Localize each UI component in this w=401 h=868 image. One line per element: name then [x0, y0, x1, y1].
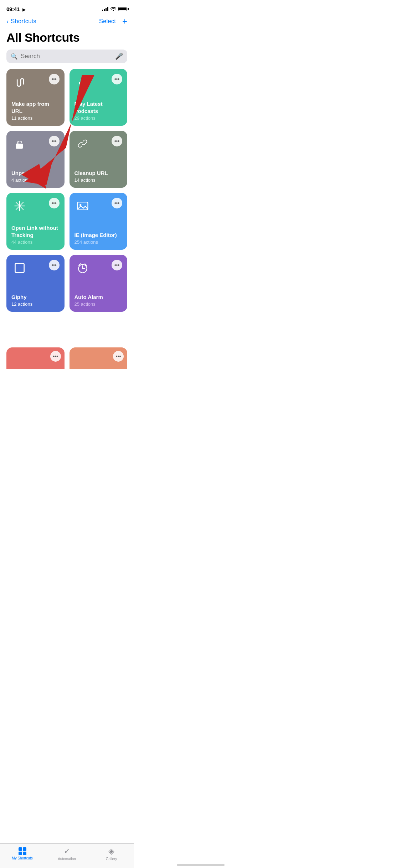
ellipsis-icon: ••• [53, 353, 58, 359]
shortcut-actions-count: 14 actions [74, 177, 123, 183]
nav-bar: ‹ Shortcuts Select + [0, 16, 134, 29]
signal-icon [102, 7, 108, 11]
shortcut-actions-count: 12 actions [11, 301, 60, 307]
shortcut-name: Play Latest Podcasts [74, 100, 123, 114]
svg-rect-11 [15, 263, 24, 272]
card-top: ••• [74, 198, 123, 214]
svg-point-2 [81, 77, 84, 83]
nav-actions: Select + [99, 17, 127, 26]
ellipsis-icon: ••• [114, 262, 120, 268]
card-top: ••• [74, 260, 123, 276]
svg-point-10 [79, 204, 81, 206]
shortcut-menu-button[interactable]: ••• [112, 74, 122, 84]
status-icons [102, 7, 127, 11]
shortcut-icon [74, 136, 91, 152]
shortcut-menu-button[interactable]: ••• [49, 198, 60, 208]
shortcut-actions-count: 254 actions [74, 239, 123, 245]
battery-icon [118, 7, 127, 11]
card-top: ••• [74, 74, 123, 90]
card-bottom: Open Link without Tracking 44 actions [11, 224, 60, 245]
card-bottom: Auto Alarm 25 actions [74, 294, 123, 307]
search-bar[interactable]: 🔍 🎤 [6, 50, 127, 63]
shortcut-actions-count: 44 actions [11, 239, 60, 245]
search-input[interactable] [21, 53, 112, 60]
shortcut-name: Auto Alarm [74, 294, 123, 301]
svg-rect-4 [16, 144, 23, 149]
shortcut-card-open-link-without-tracking[interactable]: ••• Open Link without Tracking 44 action… [6, 193, 65, 250]
shortcut-card-auto-alarm[interactable]: ••• Auto Alarm 25 actions [70, 255, 128, 312]
shortcut-name: Open Link without Tracking [11, 224, 60, 238]
shortcut-card-image-editor[interactable]: ••• IE (Image Editor) 254 actions [70, 193, 128, 250]
shortcuts-grid: ••• Make app from URL 11 actions ••• Pla… [0, 69, 134, 347]
shortcut-icon [11, 74, 28, 90]
select-button[interactable]: Select [99, 18, 116, 25]
shortcut-name: IE (Image Editor) [74, 232, 123, 239]
ellipsis-icon: ••• [51, 138, 57, 144]
add-shortcut-button[interactable]: + [122, 17, 127, 26]
ellipsis-icon: ••• [116, 353, 121, 359]
shortcut-card-make-app-from-url[interactable]: ••• Make app from URL 11 actions [6, 69, 65, 126]
shortcut-icon [11, 260, 28, 276]
page-title: All Shortcuts [0, 29, 134, 50]
location-icon: ▶ [22, 7, 25, 12]
shortcut-icon [74, 74, 91, 90]
shortcut-name: Cleanup URL [74, 170, 123, 177]
ellipsis-icon: ••• [51, 200, 57, 206]
partial-cards: ••• ••• [0, 347, 134, 369]
card-top: ••• [11, 136, 60, 152]
status-time: 09:41 ▶ [6, 6, 25, 12]
wifi-icon [110, 7, 116, 11]
shortcut-menu-button[interactable]: ••• [112, 198, 122, 208]
ellipsis-icon: ••• [51, 76, 57, 82]
shortcut-card-unpaywall[interactable]: ••• Unpaywall 4 actions [6, 131, 65, 188]
shortcut-name: Make app from URL [11, 100, 60, 114]
shortcut-actions-count: 25 actions [74, 301, 123, 307]
card-bottom: Unpaywall 4 actions [11, 170, 60, 183]
card-bottom: IE (Image Editor) 254 actions [74, 232, 123, 245]
shortcut-icon [74, 260, 91, 276]
card-top: ••• [74, 136, 123, 152]
card-bottom: Giphy 12 actions [11, 294, 60, 307]
shortcut-icon [74, 198, 91, 214]
svg-rect-3 [82, 86, 83, 88]
card-bottom: Cleanup URL 14 actions [74, 170, 123, 183]
shortcut-name: Unpaywall [11, 170, 60, 177]
shortcut-menu-button[interactable]: ••• [49, 260, 60, 270]
shortcut-menu-button[interactable]: ••• [113, 351, 124, 362]
shortcut-card-play-latest-podcasts[interactable]: ••• Play Latest Podcasts 29 actions [70, 69, 128, 126]
status-bar: 09:41 ▶ [0, 0, 134, 16]
ellipsis-icon: ••• [51, 262, 57, 268]
shortcut-menu-button[interactable]: ••• [49, 136, 60, 146]
card-bottom: Make app from URL 11 actions [11, 100, 60, 121]
shortcut-card-giphy[interactable]: ••• Giphy 12 actions [6, 255, 65, 312]
svg-rect-9 [77, 202, 88, 210]
shortcut-actions-count: 11 actions [11, 115, 60, 121]
ellipsis-icon: ••• [114, 76, 120, 82]
shortcut-card-cleanup-url[interactable]: ••• Cleanup URL 14 actions [70, 131, 128, 188]
partial-shortcut-card[interactable]: ••• [70, 347, 128, 369]
back-label: Shortcuts [11, 18, 36, 25]
ellipsis-icon: ••• [114, 200, 120, 206]
ellipsis-icon: ••• [114, 138, 120, 144]
card-bottom: Play Latest Podcasts 29 actions [74, 100, 123, 121]
shortcut-actions-count: 29 actions [74, 115, 123, 121]
chevron-left-icon: ‹ [6, 18, 9, 25]
shortcut-icon [11, 136, 28, 152]
microphone-icon[interactable]: 🎤 [115, 52, 123, 60]
search-icon: 🔍 [11, 53, 18, 60]
shortcut-menu-button[interactable]: ••• [112, 136, 122, 146]
card-top: ••• [11, 74, 60, 90]
shortcut-menu-button[interactable]: ••• [50, 351, 61, 362]
shortcut-menu-button[interactable]: ••• [112, 260, 122, 270]
card-top: ••• [11, 198, 60, 214]
shortcut-name: Giphy [11, 294, 60, 301]
shortcut-icon [11, 198, 28, 214]
back-button[interactable]: ‹ Shortcuts [6, 18, 36, 25]
partial-shortcut-card[interactable]: ••• [6, 347, 65, 369]
card-top: ••• [11, 260, 60, 276]
shortcut-actions-count: 4 actions [11, 177, 60, 183]
shortcut-menu-button[interactable]: ••• [49, 74, 60, 84]
